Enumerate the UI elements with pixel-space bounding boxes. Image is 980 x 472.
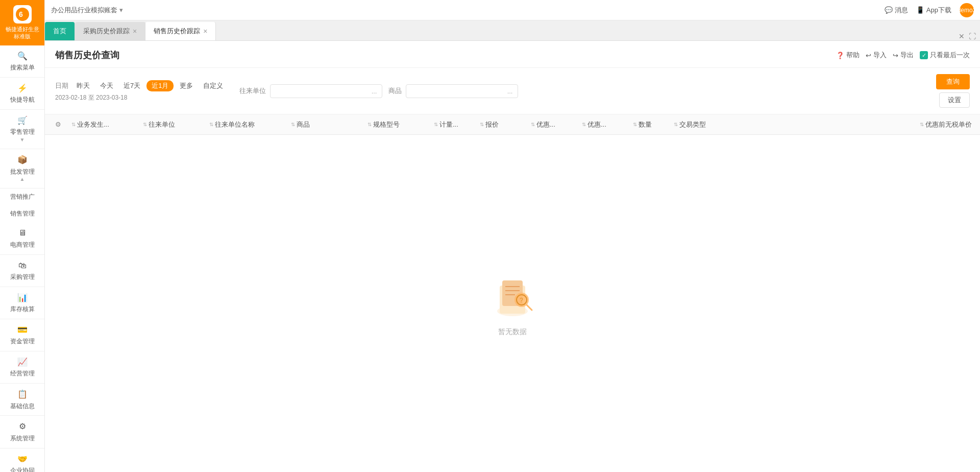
help-label: 帮助 [846,51,860,60]
svg-line-9 [527,305,532,310]
finance-icon: 💳 [17,324,28,336]
sort-icon: ⇅ [434,122,438,127]
help-icon: ❓ [836,52,844,59]
th-quote[interactable]: ⇅ 报价 [476,120,527,129]
sidebar-item-label: 快捷导航 [10,96,35,104]
th-partner[interactable]: ⇅ 往来单位 [139,120,205,129]
sidebar-item-operations[interactable]: 📈 经营管理 [0,351,44,384]
tab-purchase-history[interactable]: 采购历史价跟踪 × [75,22,145,40]
message-action[interactable]: 💬 消息 [885,6,908,15]
partner-label: 往来单位 [239,86,266,96]
th-spec-label: 规格型号 [373,120,400,129]
show-last-checkbox[interactable]: ✓ 只看最后一次 [920,51,970,60]
app-download-label: App下载 [926,6,951,15]
content-area: ⚙ ⇅ 业务发生... ⇅ 往来单位 ⇅ 往来单位名称 ⇅ 商品 [45,114,980,472]
sidebar-item-search[interactable]: 🔍 搜索菜单 [0,45,44,78]
wholesale-icon: 📦 [17,154,28,166]
date-option-1month[interactable]: 近1月 [146,80,174,91]
tab-end-actions: ✕ ⛶ [959,32,980,40]
sidebar-item-label: 企业协同 [10,466,35,472]
th-partner-name[interactable]: ⇅ 往来单位名称 [205,120,287,129]
partner-filter-group: 往来单位 ... [239,84,382,98]
th-partner-label: 往来单位 [149,120,175,129]
sidebar-item-finance[interactable]: 💳 资金管理 [0,319,44,351]
message-icon: 💬 [885,6,893,14]
product-label: 商品 [388,86,402,96]
tab-sales-close[interactable]: × [203,27,207,35]
sort-icon: ⇅ [143,122,147,127]
sidebar-item-label: 零售管理 [10,128,35,136]
purchase-icon: 🛍 [18,260,27,271]
user-avatar[interactable]: demo2 [960,3,974,17]
sidebar-item-label: 搜索菜单 [10,63,35,72]
sidebar-sub-item-sales[interactable]: 销售管理 [0,205,44,222]
sidebar-item-ecommerce[interactable]: 🖥 电商管理 [0,222,44,254]
th-discount1[interactable]: ⇅ 优惠... [527,120,578,129]
th-trade[interactable]: ⇅ 交易类型 [670,120,731,129]
chevron-down-icon: ▼ [20,136,25,144]
main-area: 办公用品行业模拟账套 ▾ 💬 消息 📱 App下载 demo2 首页 采购历史价… [45,0,980,472]
sort-icon: ⇅ [368,122,372,127]
sidebar-item-system[interactable]: ⚙ 系统管理 [0,416,44,448]
sidebar-item-quick-nav[interactable]: ⚡ 快捷导航 [0,78,44,110]
product-dots: ... [507,87,513,95]
help-action[interactable]: ❓ 帮助 [836,51,860,60]
filter-buttons: 查询 设置 [936,74,970,108]
tabs-bar: 首页 采购历史价跟踪 × 销售历史价跟踪 × ✕ ⛶ [45,20,980,41]
svg-text:?: ? [520,297,523,304]
sort-icon: ⇅ [582,122,586,127]
th-trade-label: 交易类型 [679,120,706,129]
logo-text: 畅捷通好生意 标准版 [4,26,40,40]
date-option-today[interactable]: 今天 [96,80,117,91]
app-download-action[interactable]: 📱 App下载 [916,6,951,15]
th-qty[interactable]: ⇅ 数量 [629,120,670,129]
sidebar-item-basic[interactable]: 📋 基础信息 [0,384,44,416]
sidebar-item-inventory[interactable]: 📊 库存核算 [0,287,44,319]
partner-input[interactable]: ... [270,84,382,98]
settings-button[interactable]: 设置 [939,92,970,108]
product-filter-group: 商品 ... [388,84,518,98]
workspace-dropdown[interactable]: ▾ [119,6,123,14]
table-settings-icon[interactable]: ⚙ [49,121,67,128]
th-product[interactable]: ⇅ 商品 [287,120,363,129]
date-option-more[interactable]: 更多 [176,80,197,91]
date-option-custom[interactable]: 自定义 [199,80,227,91]
tab-home[interactable]: 首页 [45,22,75,40]
th-discount2-label: 优惠... [587,120,606,129]
th-partner-name-label: 往来单位名称 [215,120,255,129]
import-label: 导入 [873,51,887,60]
quick-nav-icon: ⚡ [17,83,28,94]
sidebar-item-enterprise[interactable]: 🤝 企业协同 [0,449,44,472]
logo-icon: 6 [13,5,32,23]
th-spec[interactable]: ⇅ 规格型号 [363,120,430,129]
th-discount2[interactable]: ⇅ 优惠... [578,120,629,129]
th-unit[interactable]: ⇅ 计量... [430,120,476,129]
sidebar-sub-label: 营销推广 [10,193,35,201]
sidebar-item-purchase[interactable]: 🛍 采购管理 [0,255,44,287]
sidebar-item-label: 经营管理 [10,369,35,378]
tab-sales-history[interactable]: 销售历史价跟踪 × [145,22,216,40]
app-logo[interactable]: 6 畅捷通好生意 标准版 [0,0,44,45]
date-option-yesterday[interactable]: 昨天 [72,80,94,91]
product-input[interactable]: ... [406,84,518,98]
system-icon: ⚙ [19,421,26,432]
export-action[interactable]: ↪ 导出 [893,51,914,60]
tab-home-label: 首页 [53,27,66,36]
sidebar-sub-item-marketing[interactable]: 营销推广 [0,188,44,205]
tab-purchase-close[interactable]: × [133,27,137,35]
import-action[interactable]: ↩ 导入 [866,51,887,60]
tab-close-all-btn[interactable]: ✕ [959,32,965,40]
sidebar-item-retail[interactable]: 🛒 零售管理 ▼ [0,110,44,149]
page-header: 销售历史价查询 ❓ 帮助 ↩ 导入 ↪ 导出 ✓ 只看最后一次 [45,41,980,68]
sidebar-item-label: 基础信息 [10,402,35,411]
th-business[interactable]: ⇅ 业务发生... [67,120,139,129]
query-button[interactable]: 查询 [936,74,970,89]
sidebar-item-label: 资金管理 [10,337,35,346]
th-no-tax[interactable]: ⇅ 优惠前无税单价 [731,120,976,129]
date-option-7days[interactable]: 近7天 [119,80,144,91]
tab-maximize-btn[interactable]: ⛶ [969,32,976,40]
ecommerce-icon: 🖥 [18,227,27,239]
empty-text: 暂无数据 [498,327,527,337]
th-discount1-label: 优惠... [536,120,555,129]
sidebar-item-wholesale[interactable]: 📦 批发管理 ▲ [0,149,44,188]
